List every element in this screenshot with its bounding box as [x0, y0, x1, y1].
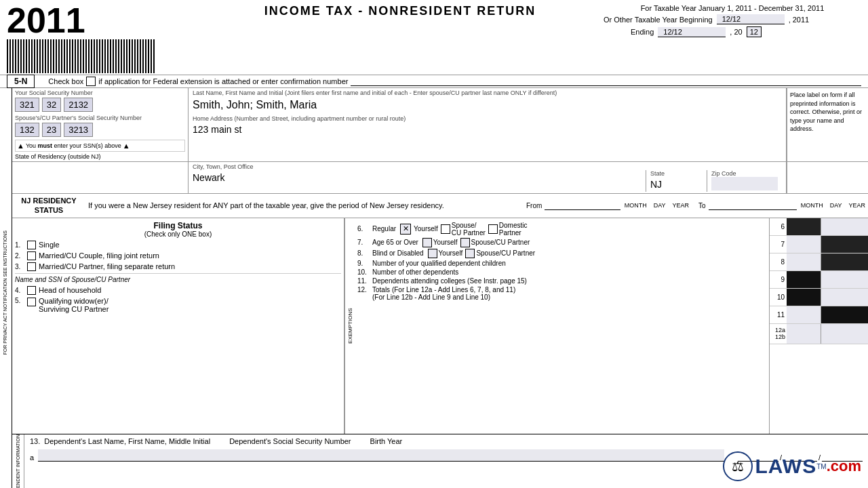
ending-value[interactable]: 12/12 — [658, 27, 726, 37]
exempt-row-6: 6. Regular ✕ Yourself Spouse/CU Partner … — [357, 222, 767, 237]
dep-name-field-a[interactable] — [38, 449, 724, 462]
form-title: INCOME TAX - NONRESIDENT RETURN — [197, 4, 604, 18]
ssn-part2[interactable]: 32 — [42, 98, 61, 112]
to-field[interactable] — [709, 201, 797, 210]
city-label: City, Town, Post Office — [193, 163, 782, 170]
zip-value[interactable] — [711, 177, 778, 190]
blind-spouse-checkbox[interactable] — [465, 249, 475, 258]
ssn-name-row: Your Social Security Number 321 32 2132 … — [12, 88, 868, 162]
regular-spouse-checkbox[interactable] — [441, 224, 450, 234]
num-row-12: 12a 12b — [770, 324, 868, 344]
from-field[interactable] — [545, 201, 620, 210]
num-box-6-left — [787, 218, 821, 235]
exempt-row-12: 12. Totals (For Line 12a - Add Lines 6, … — [357, 286, 767, 301]
ssn-part1[interactable]: 321 — [15, 98, 39, 112]
federal-extension-checkbox[interactable] — [86, 77, 96, 86]
nj-residency-dates: From MONTH DAY YEAR To MONTH DAY YEAR — [526, 201, 865, 210]
num-box-12b[interactable] — [821, 324, 868, 344]
header-left: 2011 — [7, 3, 197, 73]
dep-last-name-label: Dependent's Last Name, First Name, Middl… — [44, 437, 210, 445]
ending-year2[interactable]: 12 — [747, 26, 762, 37]
from-label: From — [526, 202, 542, 209]
married-joint-checkbox[interactable] — [27, 251, 36, 260]
header-center: INCOME TAX - NONRESIDENT RETURN — [197, 3, 604, 18]
numbers-column: 6 7 8 — [770, 218, 868, 434]
ssn-part3[interactable]: 2132 — [64, 98, 93, 112]
other-year-value[interactable]: 12/12 — [717, 14, 785, 24]
spouse-ssn-fields: 132 23 3213 — [15, 121, 185, 138]
sidebar-privacy-text: FOR PRIVACY ACT NOTIFICATION SEE INSTRUC… — [3, 230, 8, 354]
laws-logo-icon: ⚖ — [732, 458, 744, 474]
num-box-12a[interactable] — [787, 324, 821, 344]
num-box-10-left — [787, 289, 821, 306]
arrow-up-left: ▲ — [17, 142, 24, 150]
num-box-11-right — [821, 306, 868, 323]
checkbox-instruction-row: Check box if application for Federal ext… — [48, 77, 861, 86]
zip-label: Zip Code — [711, 170, 778, 177]
lower-section: Filing Status (Check only ONE box) 1. Si… — [12, 218, 868, 434]
nj-residency-label: NJ RESIDENCY STATUS — [15, 196, 83, 216]
num-box-6-right[interactable] — [821, 218, 868, 235]
confirmation-number-field[interactable] — [351, 77, 861, 86]
header-right: For Taxable Year January 1, 2011 - Decem… — [604, 3, 861, 37]
spouse-ssn-part2[interactable]: 23 — [42, 123, 61, 137]
married-separate-checkbox[interactable] — [27, 262, 36, 271]
num-box-7-left[interactable] — [787, 236, 821, 253]
spouse-ssn-part3[interactable]: 3213 — [64, 123, 93, 137]
city-state-zip-row: City, Town, Post Office Newark State NJ … — [12, 162, 868, 194]
taxable-year-label: For Taxable Year January 1, 2011 - Decem… — [604, 4, 861, 12]
nj-residency-text: If you were a New Jersey resident for AN… — [83, 201, 526, 209]
blind-yourself-checkbox[interactable] — [428, 249, 437, 258]
page: 2011 INCOME TAX - NONRESIDENT RETURN For… — [0, 0, 868, 488]
dep-sidebar: DEPENDENT INFORMATION — [12, 434, 24, 488]
num-row-9: 9 — [770, 271, 868, 289]
nj-residency-row: NJ RESIDENCY STATUS If you were a New Je… — [12, 194, 868, 218]
dep-sidebar-text: DEPENDENT INFORMATION — [16, 434, 20, 488]
filing-item-3: 3. Married/CU Partner, filing separate r… — [15, 262, 341, 271]
zip-section: Zip Code — [707, 170, 782, 192]
laws-watermark: ⚖ LAWS TM .com — [723, 451, 861, 481]
check-box-label: Check box — [48, 77, 83, 85]
num-box-10-right[interactable] — [821, 289, 868, 306]
num-box-9-left — [787, 271, 821, 288]
arrow-up-right: ▲ — [123, 142, 130, 150]
spouse-ssn-part1[interactable]: 132 — [15, 123, 39, 137]
state-value[interactable]: NJ — [650, 177, 703, 192]
city-section: City, Town, Post Office Newark State NJ … — [189, 162, 787, 193]
right-label-box: Place label on form if all preprinted in… — [787, 88, 868, 161]
filing-title: Filing Status — [15, 221, 341, 230]
ssn-label: Your Social Security Number — [15, 89, 185, 96]
exempt-row-11: 11. Dependents attending colleges (See I… — [357, 277, 767, 285]
age65-spouse-checkbox[interactable] — [460, 238, 470, 247]
year-suffix2: , 20 — [730, 28, 742, 36]
filing-item-2: 2. Married/CU Couple, filing joint retur… — [15, 251, 341, 260]
single-checkbox[interactable] — [27, 241, 36, 249]
head-household-checkbox[interactable] — [27, 286, 36, 295]
filing-item-5: 5. Qualifying widow(er)/Surviving CU Par… — [15, 297, 341, 313]
num-box-9-right[interactable] — [821, 271, 868, 288]
address-value[interactable]: 123 main st — [193, 122, 782, 137]
qualifying-widow-checkbox[interactable] — [27, 298, 36, 306]
age65-yourself-checkbox[interactable] — [422, 238, 432, 247]
form-number: 5-N — [7, 75, 35, 88]
exempt-row-8: 8. Blind or Disabled Yourself Spouse/CU … — [357, 249, 767, 258]
to-label: To — [698, 202, 706, 209]
city-left-spacer — [12, 162, 189, 193]
filing-subtitle: (Check only ONE box) — [15, 230, 341, 238]
num-box-8-left[interactable] — [787, 253, 821, 270]
num-box-7-right — [821, 236, 868, 253]
city-value[interactable]: Newark — [193, 170, 642, 185]
num-row-8: 8 — [770, 253, 868, 271]
state-residency: State of Residency (outside NJ) — [15, 153, 185, 160]
ending-label: Ending — [604, 28, 654, 36]
dep-ssn-label: Dependent's Social Security Number — [229, 437, 351, 445]
ssn-fields: 321 32 2132 — [15, 96, 185, 113]
regular-yourself-checked[interactable]: ✕ — [400, 224, 411, 235]
regular-domestic-checkbox[interactable] — [488, 224, 498, 234]
name-value[interactable]: Smith, John; Smith, Maria — [193, 96, 782, 113]
num-box-11[interactable] — [787, 306, 821, 323]
num-row-6: 6 — [770, 218, 868, 236]
city-field: Newark — [193, 170, 646, 192]
laws-dotcom: .com — [827, 458, 861, 475]
exemptions-vert-label: EXEMPTIONS — [344, 218, 355, 434]
